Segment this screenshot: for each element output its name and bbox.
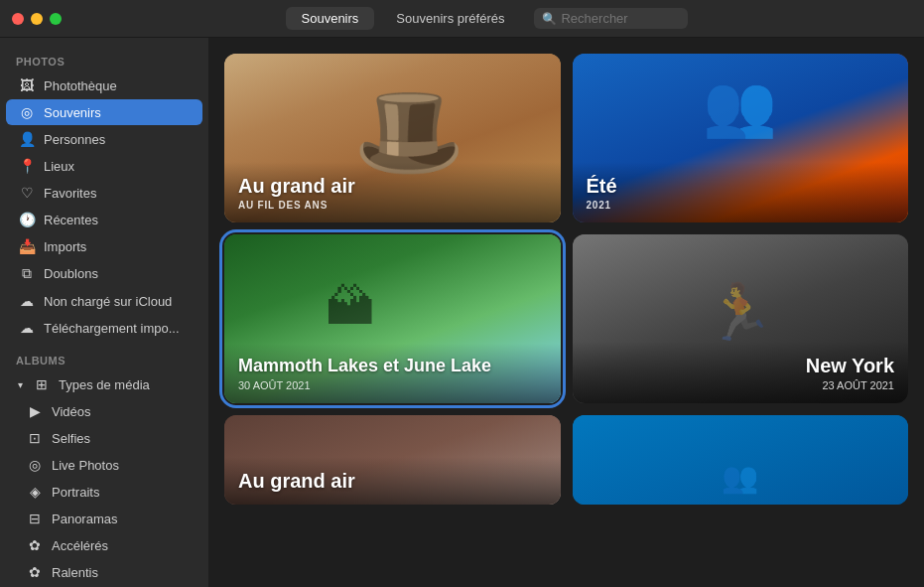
live-photo-icon: ◎ bbox=[26, 457, 44, 473]
timelapse-icon: ✿ bbox=[26, 537, 44, 553]
close-button[interactable] bbox=[12, 13, 24, 25]
heart-icon: ♡ bbox=[18, 185, 36, 201]
selfie-icon: ⊡ bbox=[26, 430, 44, 446]
card-title-1: Au grand air bbox=[238, 174, 547, 198]
sidebar-label-souvenirs: Souvenirs bbox=[44, 105, 101, 120]
memory-card-newyork[interactable]: 🏃 New York 23 AOÛT 2021 bbox=[573, 234, 909, 403]
sidebar-label-acceleres: Accélérés bbox=[52, 538, 108, 553]
card-date-4: 23 AOÛT 2021 bbox=[587, 379, 895, 391]
sidebar-item-phototheque[interactable]: 🖼 Photothèque bbox=[6, 73, 202, 98]
sidebar-item-non-charge[interactable]: ☁ Non chargé sur iCloud bbox=[6, 288, 202, 314]
memory-card-grand-air-2[interactable]: Au grand air bbox=[224, 415, 561, 505]
search-icon: 🔍 bbox=[542, 12, 557, 26]
clock-icon: 🕐 bbox=[18, 212, 36, 227]
sidebar-label-ralentis: Ralentis bbox=[52, 565, 98, 580]
photo-icon: 🖼 bbox=[18, 77, 36, 93]
maximize-button[interactable] bbox=[50, 13, 62, 25]
sidebar-label-lieux: Lieux bbox=[44, 159, 74, 174]
sidebar-item-videos[interactable]: ▶ Vidéos bbox=[6, 398, 202, 424]
sidebar-item-imports[interactable]: 📥 Imports bbox=[6, 233, 202, 259]
titlebar-center: Souvenirs Souvenirs préférés 🔍 bbox=[62, 7, 912, 30]
panorama-icon: ⊟ bbox=[26, 511, 44, 526]
card-title-3: Mammoth Lakes et June Lake bbox=[238, 356, 547, 377]
duplicate-icon: ⧉ bbox=[18, 265, 36, 282]
memory-card-ete[interactable]: 👥 Été 2021 bbox=[573, 54, 909, 222]
sidebar-label-types-media: Types de média bbox=[59, 377, 150, 392]
sidebar-item-favorites[interactable]: ♡ Favorites bbox=[6, 180, 202, 206]
card-date-3: 30 AOÛT 2021 bbox=[238, 379, 547, 391]
media-type-icon: ⊞ bbox=[33, 376, 51, 392]
card-title-5: Au grand air bbox=[238, 469, 547, 493]
cloud-down-icon: ☁ bbox=[18, 320, 36, 336]
app-body: Photos 🖼 Photothèque ◎ Souvenirs 👤 Perso… bbox=[0, 38, 924, 587]
location-icon: 📍 bbox=[18, 158, 36, 174]
sidebar-label-panoramas: Panoramas bbox=[52, 512, 117, 526]
sidebar-item-personnes[interactable]: 👤 Personnes bbox=[6, 126, 202, 152]
sidebar-label-phototheque: Photothèque bbox=[44, 78, 117, 93]
sidebar-section-albums: Albums bbox=[0, 349, 208, 370]
import-icon: 📥 bbox=[18, 238, 36, 254]
titlebar: Souvenirs Souvenirs préférés 🔍 bbox=[0, 0, 924, 38]
tab-souvenirs-preferes[interactable]: Souvenirs préférés bbox=[380, 7, 520, 30]
traffic-lights bbox=[12, 13, 62, 25]
memory-card-grand-air[interactable]: 🎩 Au grand air AU FIL DES ANS bbox=[224, 54, 561, 222]
card-overlay-1: Au grand air AU FIL DES ANS bbox=[224, 162, 561, 222]
card-overlay-2: Été 2021 bbox=[573, 162, 909, 222]
card-subtitle-2: 2021 bbox=[587, 200, 895, 211]
minimize-button[interactable] bbox=[31, 13, 43, 25]
cloud-up-icon: ☁ bbox=[18, 293, 36, 309]
sidebar-section-photos: Photos bbox=[0, 50, 208, 72]
main-content: 🎩 Au grand air AU FIL DES ANS 👥 Été 2021… bbox=[208, 38, 924, 587]
sidebar-label-videos: Vidéos bbox=[52, 404, 91, 419]
portrait-icon: ◈ bbox=[26, 484, 44, 500]
sidebar-item-live-photos[interactable]: ◎ Live Photos bbox=[6, 452, 202, 478]
sidebar-label-portraits: Portraits bbox=[52, 485, 99, 500]
sidebar-item-acceleres[interactable]: ✿ Accélérés bbox=[6, 532, 202, 558]
memory-grid: 🎩 Au grand air AU FIL DES ANS 👥 Été 2021… bbox=[224, 54, 908, 505]
card-subtitle-1: AU FIL DES ANS bbox=[238, 200, 547, 211]
card-title-4: New York bbox=[587, 354, 895, 377]
memory-card-blue[interactable]: 👥 bbox=[573, 415, 909, 505]
sidebar-label-favorites: Favorites bbox=[44, 186, 96, 201]
card-overlay-4: New York 23 AOÛT 2021 bbox=[573, 342, 909, 403]
card-overlay-5: Au grand air bbox=[224, 457, 561, 505]
sidebar-item-ralentis[interactable]: ✿ Ralentis bbox=[6, 559, 202, 585]
souvenirs-icon: ◎ bbox=[18, 104, 36, 120]
chevron-down-icon: ▾ bbox=[18, 379, 23, 390]
sidebar-label-personnes: Personnes bbox=[44, 132, 105, 147]
slowmo-icon: ✿ bbox=[26, 564, 44, 580]
sidebar: Photos 🖼 Photothèque ◎ Souvenirs 👤 Perso… bbox=[0, 38, 208, 587]
sidebar-item-selfies[interactable]: ⊡ Selfies bbox=[6, 425, 202, 451]
sidebar-item-types-media[interactable]: ▾ ⊞ Types de média bbox=[6, 371, 202, 397]
search-input[interactable] bbox=[561, 11, 680, 26]
video-icon: ▶ bbox=[26, 403, 44, 419]
sidebar-item-souvenirs[interactable]: ◎ Souvenirs bbox=[6, 99, 202, 125]
sidebar-item-portraits[interactable]: ◈ Portraits bbox=[6, 479, 202, 505]
sidebar-item-recentes[interactable]: 🕐 Récentes bbox=[6, 207, 202, 232]
sidebar-label-selfies: Selfies bbox=[52, 431, 90, 446]
sidebar-label-live-photos: Live Photos bbox=[52, 458, 119, 473]
search-box: 🔍 bbox=[534, 8, 688, 29]
tab-souvenirs[interactable]: Souvenirs bbox=[286, 7, 375, 30]
memory-card-mammoth[interactable]: 🏔 Mammoth Lakes et June Lake 30 AOÛT 202… bbox=[224, 234, 561, 403]
sidebar-item-panoramas[interactable]: ⊟ Panoramas bbox=[6, 506, 202, 531]
sidebar-item-lieux[interactable]: 📍 Lieux bbox=[6, 153, 202, 179]
sidebar-label-recentes: Récentes bbox=[44, 213, 98, 227]
person-icon: 👤 bbox=[18, 131, 36, 147]
sidebar-item-doublons[interactable]: ⧉ Doublons bbox=[6, 260, 202, 287]
sidebar-item-telechargement[interactable]: ☁ Téléchargement impo... bbox=[6, 315, 202, 341]
card-overlay-3: Mammoth Lakes et June Lake 30 AOÛT 2021 bbox=[224, 344, 561, 403]
sidebar-label-non-charge: Non chargé sur iCloud bbox=[44, 294, 172, 309]
sidebar-label-doublons: Doublons bbox=[44, 266, 98, 281]
sidebar-label-telechargement: Téléchargement impo... bbox=[44, 321, 180, 336]
sidebar-label-imports: Imports bbox=[44, 239, 86, 254]
card-title-2: Été bbox=[587, 174, 895, 198]
